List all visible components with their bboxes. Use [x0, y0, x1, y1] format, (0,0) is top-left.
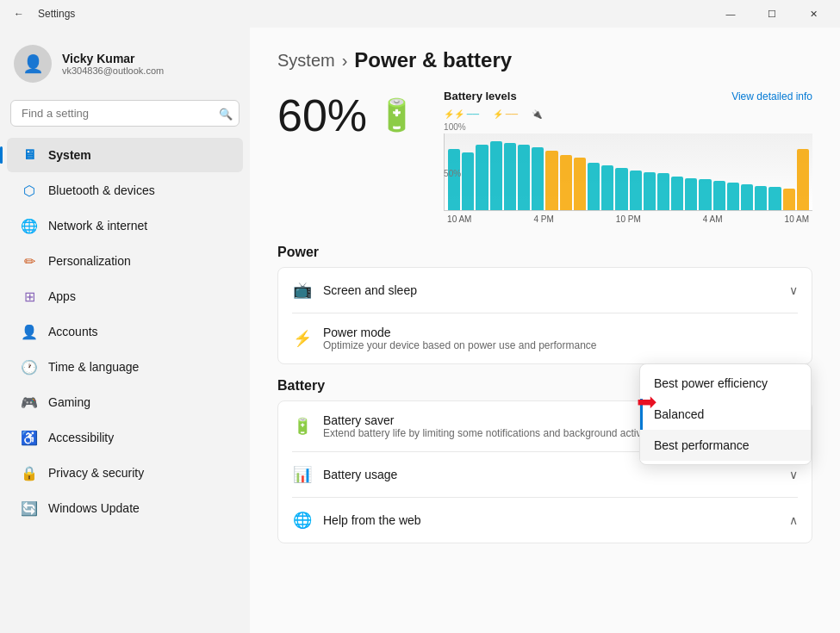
search-icon: 🔍	[219, 107, 233, 120]
sidebar-label-personalization: Personalization	[48, 254, 131, 268]
breadcrumb-current: Power & battery	[354, 48, 512, 72]
titlebar-left: ← Settings	[7, 2, 75, 26]
chart-bar-2	[476, 145, 488, 210]
sidebar-label-accessibility: Accessibility	[48, 431, 114, 444]
chart-bar-25	[797, 149, 809, 210]
help-web-label: Help from the web	[323, 513, 779, 527]
user-email: vk304836@outlook.com	[62, 65, 164, 76]
personalization-icon: ✏	[21, 252, 38, 270]
screen-sleep-chevron: ∨	[789, 283, 798, 297]
chart-bar-23	[768, 187, 781, 210]
power-card: 📺 Screen and sleep ∨ ⚡ Power mode Optimi…	[277, 267, 812, 364]
chart-bar-22	[755, 186, 767, 210]
close-button[interactable]: ✕	[793, 0, 833, 28]
battery-saver-icon: 🔋	[292, 416, 313, 437]
battery-chart-section: Battery levels View detailed info ⚡⚡ ── …	[444, 90, 812, 224]
search-box: 🔍	[10, 100, 240, 127]
back-button[interactable]: ←	[7, 2, 31, 26]
chart-bar-13	[630, 171, 642, 210]
battery-chart	[444, 133, 812, 211]
chart-bar-17	[685, 178, 697, 210]
breadcrumb-separator: ›	[342, 51, 348, 71]
chart-bar-7	[545, 151, 557, 210]
gaming-icon: 🎮	[21, 394, 38, 411]
sidebar-item-accessibility[interactable]: ♿ Accessibility	[7, 420, 243, 455]
search-input[interactable]	[10, 100, 240, 127]
sidebar-item-update[interactable]: 🔄 Windows Update	[7, 491, 243, 525]
power-mode-row[interactable]: ⚡ Power mode Optimize your device based …	[278, 313, 812, 363]
screen-sleep-row[interactable]: 📺 Screen and sleep ∨	[278, 268, 812, 313]
battery-saver-desc: Extend battery life by limiting some not…	[323, 427, 690, 439]
time-icon: 🕐	[21, 358, 38, 375]
sidebar-label-privacy: Privacy & security	[48, 466, 144, 480]
system-icon: 🖥	[21, 146, 38, 164]
accounts-icon: 👤	[21, 323, 38, 340]
chart-bar-0	[448, 149, 460, 210]
dropdown-balanced[interactable]: Balanced	[640, 399, 811, 430]
sidebar-item-apps[interactable]: ⊞ Apps	[7, 279, 243, 313]
window-controls: — ☐ ✕	[711, 0, 833, 28]
content-area: System › Power & battery 60% 🔋 Battery l…	[250, 28, 840, 633]
sidebar-item-time[interactable]: 🕐 Time & language	[7, 350, 243, 384]
user-info: Vicky Kumar vk304836@outlook.com	[62, 52, 164, 76]
maximize-button[interactable]: ☐	[752, 0, 792, 28]
chart-bar-4	[504, 143, 516, 210]
apps-icon: ⊞	[21, 288, 38, 305]
main-layout: 👤 Vicky Kumar vk304836@outlook.com 🔍 🖥 S…	[0, 28, 840, 633]
content-inner: System › Power & battery 60% 🔋 Battery l…	[250, 28, 840, 568]
sidebar-item-personalization[interactable]: ✏ Personalization	[7, 244, 243, 278]
dropdown-efficiency[interactable]: Best power efficiency	[640, 368, 811, 399]
network-icon: 🌐	[21, 217, 38, 234]
chart-bar-15	[657, 173, 669, 210]
battery-usage-icon: 📊	[292, 464, 313, 485]
help-web-chevron: ∧	[789, 513, 798, 527]
bluetooth-icon: ⬡	[21, 182, 38, 199]
dropdown-performance[interactable]: Best performance	[640, 430, 811, 461]
titlebar: ← Settings — ☐ ✕	[0, 0, 840, 28]
sidebar-label-time: Time & language	[48, 360, 139, 374]
sidebar-item-network[interactable]: 🌐 Network & internet	[7, 208, 243, 243]
sidebar-item-accounts[interactable]: 👤 Accounts	[7, 314, 243, 349]
user-name: Vicky Kumar	[62, 52, 164, 65]
efficiency-label: Best power efficiency	[654, 376, 768, 390]
sidebar-item-gaming[interactable]: 🎮 Gaming	[7, 385, 243, 419]
breadcrumb: System › Power & battery	[277, 48, 812, 72]
minimize-button[interactable]: —	[711, 0, 750, 28]
chart-y-labels: 100%	[444, 122, 812, 132]
power-mode-dropdown: Best power efficiency Balanced Best perf…	[639, 363, 812, 465]
chart-bar-10	[588, 163, 600, 210]
chart-bar-11	[601, 165, 613, 210]
sidebar-label-update: Windows Update	[48, 501, 140, 515]
sidebar-label-gaming: Gaming	[48, 395, 90, 409]
chart-bar-5	[518, 145, 530, 210]
breadcrumb-system[interactable]: System	[277, 51, 335, 71]
selection-arrow: ➡	[637, 388, 656, 416]
battery-percent-display: 60% 🔋	[277, 90, 416, 141]
sidebar-item-bluetooth[interactable]: ⬡ Bluetooth & devices	[7, 173, 243, 208]
chart-bar-18	[699, 179, 711, 210]
chart-title: Battery levels	[444, 90, 517, 102]
battery-top: 60% 🔋 Battery levels View detailed info …	[277, 90, 812, 224]
sidebar: 👤 Vicky Kumar vk304836@outlook.com 🔍 🖥 S…	[0, 28, 250, 633]
accessibility-icon: ♿	[21, 429, 38, 446]
sidebar-label-bluetooth: Bluetooth & devices	[48, 183, 155, 197]
sidebar-item-privacy[interactable]: 🔒 Privacy & security	[7, 456, 243, 490]
app-title: Settings	[38, 8, 75, 20]
chart-header: Battery levels View detailed info	[444, 90, 812, 102]
chart-x-labels: 10 AM 4 PM 10 PM 4 AM 10 AM	[444, 214, 812, 224]
help-web-row[interactable]: 🌐 Help from the web ∧	[278, 498, 812, 543]
update-icon: 🔄	[21, 500, 38, 517]
power-mode-desc: Optimize your device based on power use …	[323, 339, 798, 351]
chart-bar-24	[783, 189, 795, 210]
screen-sleep-icon: 📺	[292, 280, 313, 301]
chart-legend: ⚡⚡ ── ⚡ ── 🔌	[444, 109, 812, 119]
chart-bar-21	[741, 184, 753, 210]
sidebar-item-system[interactable]: 🖥 System	[7, 138, 243, 172]
user-section: 👤 Vicky Kumar vk304836@outlook.com	[0, 34, 250, 96]
performance-label: Best performance	[654, 438, 750, 452]
power-mode-label: Power mode	[323, 326, 798, 339]
view-detailed-info-link[interactable]: View detailed info	[731, 90, 812, 102]
chart-bar-8	[560, 155, 572, 210]
battery-icon: 🔋	[377, 97, 416, 133]
chart-bar-14	[644, 172, 656, 211]
